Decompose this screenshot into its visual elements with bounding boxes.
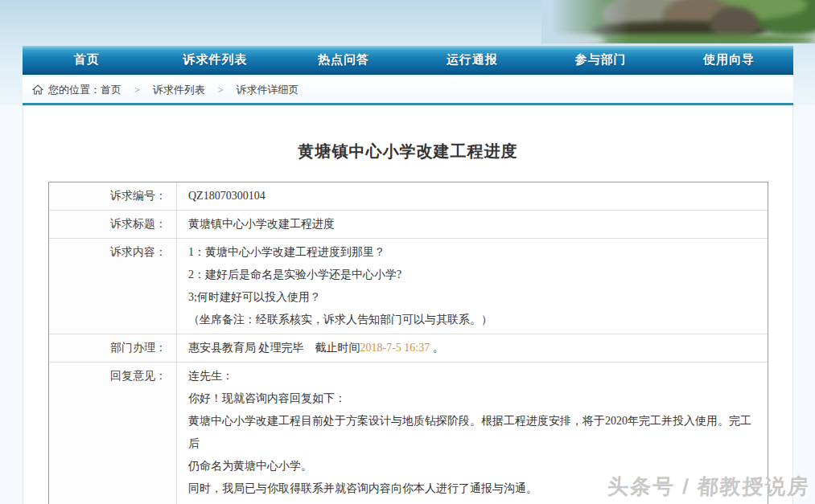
row-value-line: 你好！现就咨询内容回复如下： — [188, 387, 759, 410]
main-nav: 首页诉求件列表热点问答运行通报参与部门使用向导 — [23, 46, 793, 75]
row-value: 黄塘镇中心小学改建工程进度 — [176, 211, 768, 238]
row-value: QZ18070300104 — [176, 182, 768, 210]
row-value-line: 惠安县教育局 处理完毕 截止时间2018-7-5 16:37 。 — [188, 337, 759, 359]
table-row: 诉求标题：黄塘镇中心小学改建工程进度 — [49, 210, 768, 238]
nav-item-home[interactable]: 首页 — [23, 46, 151, 73]
table-row: 诉求内容：1：黄塘中心小学改建工程进度到那里？2：建好后是命名是实验小学还是中心… — [49, 238, 768, 334]
row-value-line: QZ18070300104 — [188, 185, 759, 207]
row-label: 回复意见： — [49, 363, 176, 504]
breadcrumb: 您的位置： 首页>诉求件列表>诉求件详细页 — [23, 76, 793, 105]
table-row: 诉求编号：QZ18070300104 — [49, 182, 768, 210]
text-segment: 仍命名为黄塘中心小学。 — [188, 460, 312, 472]
home-icon — [32, 84, 43, 95]
watermark: 头条号 / 都教授说房 — [607, 473, 811, 501]
row-label: 诉求内容： — [49, 239, 176, 334]
page-title: 黄塘镇中心小学改建工程进度 — [23, 141, 792, 162]
row-value-line: 2：建好后是命名是实验小学还是中心小学? — [188, 264, 759, 286]
page: 首页诉求件列表热点问答运行通报参与部门使用向导 您的位置： 首页>诉求件列表>诉… — [0, 0, 815, 504]
breadcrumb-item-home[interactable]: 首页 — [101, 84, 121, 96]
text-segment: 。 — [430, 342, 444, 354]
breadcrumb-items: 首页>诉求件列表>诉求件详细页 — [101, 83, 299, 97]
breadcrumb-item-request-detail[interactable]: 诉求件详细页 — [237, 84, 299, 96]
nav-item-operation-report[interactable]: 运行通报 — [408, 46, 537, 73]
row-value: 1：黄塘中心小学改建工程进度到那里？2：建好后是命名是实验小学还是中心小学?3;… — [176, 239, 768, 334]
breadcrumb-prefix: 您的位置： — [48, 83, 101, 97]
row-label: 部门办理： — [49, 334, 176, 362]
nav-item-hot-qa[interactable]: 热点问答 — [279, 46, 408, 73]
text-segment: 黄塘中心小学改建工程目前处于方案设计与地质钻探阶段。根据工程进度安排，将于202… — [188, 415, 751, 449]
row-value: 惠安县教育局 处理完毕 截止时间2018-7-5 16:37 。 — [176, 334, 768, 362]
breadcrumb-item-request-list[interactable]: 诉求件列表 — [153, 84, 205, 96]
row-value-line: （坐席备注：经联系核实，诉求人告知部门可以与其联系。） — [188, 309, 759, 331]
text-segment: 1：黄塘中心小学改建工程进度到那里？ — [188, 246, 385, 258]
text-segment: 3;何时建好可以投入使用？ — [188, 291, 321, 303]
row-value-line: 黄塘中心小学改建工程目前处于方案设计与地质钻探阶段。根据工程进度安排，将于202… — [188, 410, 759, 455]
row-value-line: 连先生： — [188, 365, 759, 387]
text-segment: 2：建好后是命名是实验小学还是中心小学? — [188, 268, 401, 281]
breadcrumb-separator: > — [134, 84, 140, 96]
table-row: 部门办理：惠安县教育局 处理完毕 截止时间2018-7-5 16:37 。 — [49, 334, 768, 362]
detail-table: 诉求编号：QZ18070300104诉求标题：黄塘镇中心小学改建工程进度诉求内容… — [48, 182, 768, 504]
text-segment: QZ18070300104 — [188, 190, 265, 202]
date-stamp: 2018-7-5 16:37 — [360, 342, 430, 354]
text-segment: 连先生： — [188, 370, 233, 382]
text-segment: 同时，我局已与你取得联系并就咨询内容向你本人进行了通报与沟通。 — [188, 482, 537, 494]
row-value-line: 3;何时建好可以投入使用？ — [188, 286, 759, 309]
breadcrumb-separator: > — [218, 84, 224, 96]
main-content: 黄塘镇中心小学改建工程进度 诉求编号：QZ18070300104诉求标题：黄塘镇… — [23, 105, 793, 504]
row-value-line: 1：黄塘中心小学改建工程进度到那里？ — [188, 241, 759, 264]
text-segment: 黄塘镇中心小学改建工程进度 — [188, 218, 335, 230]
row-label: 诉求标题： — [49, 211, 176, 238]
text-segment: 你好！现就咨询内容回复如下： — [188, 392, 346, 404]
row-label: 诉求编号： — [49, 182, 176, 210]
nav-item-request-list[interactable]: 诉求件列表 — [151, 46, 280, 73]
banner-photo-fade — [541, 0, 630, 43]
text-segment: 惠安县教育局 处理完毕 截止时间 — [188, 342, 360, 354]
nav-item-guide[interactable]: 使用向导 — [665, 46, 793, 73]
nav-item-departments[interactable]: 参与部门 — [537, 46, 665, 73]
row-value-line: 黄塘镇中心小学改建工程进度 — [188, 213, 759, 236]
text-segment: （坐席备注：经联系核实，诉求人告知部门可以与其联系。） — [188, 313, 492, 326]
